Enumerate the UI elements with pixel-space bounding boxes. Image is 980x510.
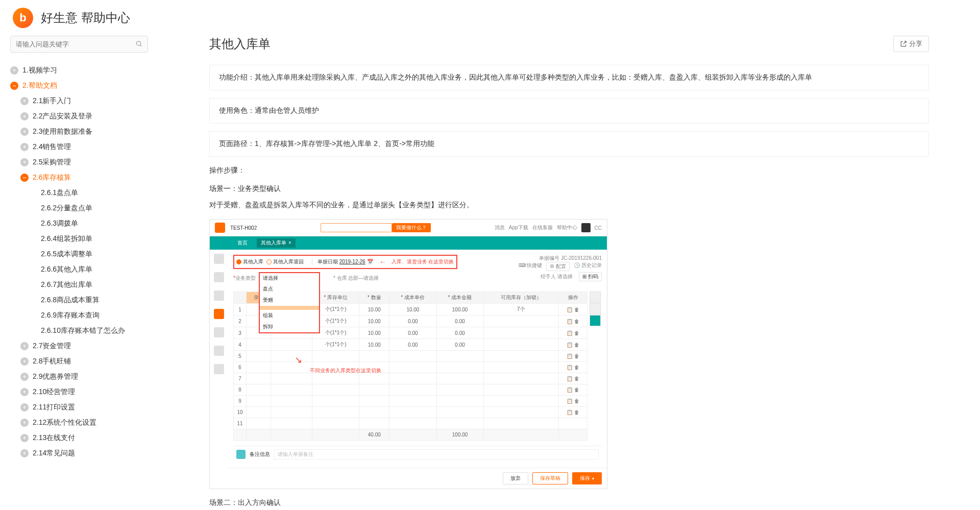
mock-dd-item-selected [260,306,319,310]
nav-item-2-7[interactable]: +2.7资金管理 [10,338,148,354]
logo-icon: b [13,8,33,28]
info-label: 使用角色： [219,106,255,114]
mock-top-label: TEST-H002 [230,225,257,231]
nav-leaf-2-6-1[interactable]: 2.6.1盘点单 [10,185,148,201]
rail-icon [214,290,224,301]
nav-label: 2.14常见问题 [33,449,75,458]
mock-remark: 备注信息 请输入单据备注 [233,446,602,463]
minus-icon: − [10,82,18,90]
rail-icon [214,272,224,282]
nav-item-2-12[interactable]: +2.12系统个性化设置 [10,415,148,430]
nav-item-2-6[interactable]: −2.6库存核算 [10,170,148,185]
mock-link: 🕒 历史记录 [574,262,602,271]
nav-item-2-9[interactable]: +2.9优惠券管理 [10,369,148,384]
mock-dd-item: 组装 [260,310,319,321]
mock-top-help: 帮助中心 [557,224,577,231]
plus-icon: + [20,112,29,120]
nav-item-2-3[interactable]: +2.3使用前数据准备 [10,124,148,139]
mock-logo-icon [215,223,225,233]
nav-leaf-2-6-6[interactable]: 2.6.6其他入库单 [10,262,148,277]
nav-tree: +1.视频学习 −2.帮助文档 +2.1新手入门 +2.2产品安装及登录 +2.… [10,63,148,461]
scene2-title: 场景二：出入方向确认 [209,498,929,507]
mock-top-app: App下载 [509,224,528,231]
nav-item-2-4[interactable]: +2.4销售管理 [10,139,148,155]
nav-item-2-10[interactable]: +2.10经营管理 [10,384,148,400]
mock-footer: 放弃 保存草稿 保存 [228,468,607,489]
tool-icon [590,292,601,303]
nav-item-2-11[interactable]: +2.11打印设置 [10,400,148,415]
svg-point-0 [136,41,140,45]
rail-icon [214,346,224,356]
nav-label: 2.6库存核算 [33,173,71,182]
rail-icon [214,254,224,264]
nav-item-2-2[interactable]: +2.2产品安装及登录 [10,109,148,124]
nav-item-video[interactable]: +1.视频学习 [10,63,148,78]
mock-field-label: 业务类型 [235,275,256,281]
th [234,292,247,304]
search-box[interactable] [10,36,148,53]
rail-icon [214,327,224,337]
nav-label: 2.3使用前数据准备 [33,127,92,136]
search-input[interactable] [11,36,148,52]
rail-icon [214,364,224,374]
main-content: 其他入库单 分享 功能介绍：其他入库单用来处理除采购入库、产成品入库之外的其他入… [158,36,980,510]
plus-icon: + [20,97,29,105]
annotation-text: 入库、退货业务 在这里切换 [391,258,454,265]
mock-radio-group: 其他入库 其他入库退回 单据日期 2019-12-26 📅 ← 入库、退货业务 … [233,255,457,269]
mock-radio-label: 其他入库退回 [273,258,304,265]
nav-leaf-2-6-8[interactable]: 2.6.8商品成本重算 [10,293,148,308]
avatar-icon [581,223,591,232]
mock-top-msg: 消息 [495,224,505,231]
mock-link: ⌨ 快捷键 [519,262,543,271]
nav-label: 2.10经营管理 [33,387,75,397]
header-title: 好生意 帮助中心 [41,10,130,26]
mock-btn-draft: 保存草稿 [532,472,568,484]
nav-label: 2.帮助文档 [22,81,57,90]
nav-leaf-2-6-4[interactable]: 2.6.4组装拆卸单 [10,231,148,247]
mock-btn-cancel: 放弃 [503,472,528,484]
nav-item-helpdoc[interactable]: −2.帮助文档 [10,78,148,93]
plus-icon: + [20,449,29,457]
th: 可用库存（加锁） [483,292,558,304]
mock-date-label: 单据日期 [317,259,338,264]
plus-icon: + [20,419,29,427]
mock-tab-active: 其他入库单× [257,238,296,248]
nav-item-2-5[interactable]: +2.5采购管理 [10,155,148,170]
nav-leaf-2-6-3[interactable]: 2.6.3调拨单 [10,216,148,231]
plus-icon: + [20,373,29,381]
nav-leaf-2-6-7[interactable]: 2.6.7其他出库单 [10,277,148,293]
mock-top-service: 在线客服 [532,224,553,231]
tool-icon [590,315,601,326]
info-label: 功能介绍： [219,73,255,81]
nav-label: 2.12系统个性化设置 [33,418,96,427]
nav-label: 2.8手机旺铺 [33,357,71,366]
nav-leaf-2-6-10[interactable]: 2.6.10库存账本错了怎么办 [10,323,148,338]
nav-item-2-13[interactable]: +2.13在线支付 [10,430,148,446]
th: * 数量 [359,292,389,304]
nav-item-2-8[interactable]: +2.8手机旺铺 [10,354,148,369]
search-icon [135,40,142,48]
mock-link: ⚙ 配置 [546,262,570,271]
share-button[interactable]: 分享 [893,36,929,52]
nav-item-2-14[interactable]: +2.14常见问题 [10,446,148,461]
svg-line-1 [140,45,142,46]
nav-label: 2.9优惠券管理 [33,372,78,381]
plus-icon: + [20,342,29,350]
th: 操作 [559,292,587,304]
nav-leaf-2-6-9[interactable]: 2.6.9库存账本查询 [10,308,148,323]
nav-label: 2.13在线支付 [33,433,75,443]
mock-dropdown-value: 请选择 [263,275,278,281]
th: * 成本金额 [436,292,483,304]
arrow-icon: ← [379,258,386,266]
mock-dropdown: 请选择 盘点 受赠 组装 拆卸 [259,272,320,284]
nav-item-2-1[interactable]: +2.1新手入门 [10,93,148,109]
info-box-path: 页面路径：1、库存核算->库存管理->其他入库单 2、首页->常用功能 [209,131,929,157]
mock-tabs: 首页 其他入库单× [228,236,607,250]
nav-leaf-2-6-5[interactable]: 2.6.5成本调整单 [10,247,148,262]
page-title: 其他入库单 [209,36,271,52]
remark-icon [236,450,246,459]
mock-dd-item: 盘点 [260,283,319,295]
plus-icon: + [20,403,29,411]
nav-leaf-2-6-2[interactable]: 2.6.2分量盘点单 [10,201,148,216]
mock-dd-item: 拆卸 [260,321,319,332]
